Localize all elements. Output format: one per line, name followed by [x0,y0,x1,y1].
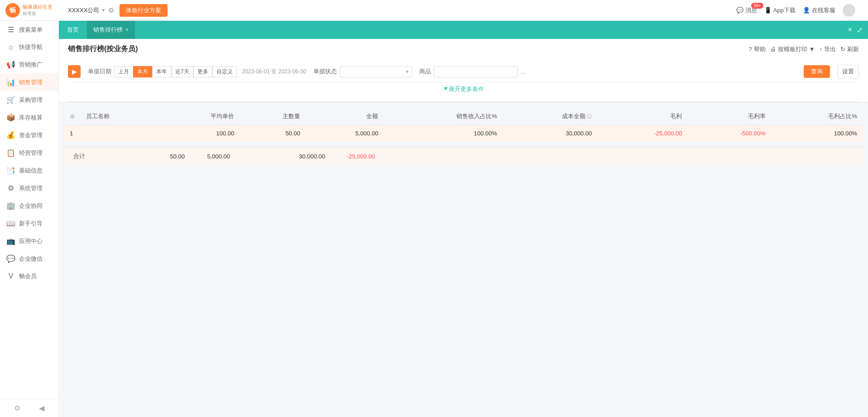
print-button[interactable]: 🖨 按模板打印 ▼ [770,45,815,53]
th-gross-rate-label: 毛利率 [748,113,766,120]
system-icon: ⚙ [6,184,15,192]
sidebar-item-system[interactable]: ⚙ 系统管理 [0,179,58,197]
window-expand-button[interactable]: ⤢ [857,26,863,34]
page-header: 销售排行榜(按业务员) ? 帮助 🖨 按模板打印 ▼ [59,39,868,102]
sidebar-item-appcenter[interactable]: 📺 应用中心 [0,232,58,250]
date-btn-this-year[interactable]: 本年 [152,66,171,77]
tab-sales-ranking[interactable]: 销售排行榜 × [87,21,135,39]
app-download-label: App下载 [773,6,796,14]
date-btn-last-month[interactable]: 上月 [114,66,133,77]
company-name: XXXXX公司 [68,6,99,14]
td-sales-ratio: 100.00% [384,125,502,142]
date-range: 2023-06-01 至 2023-06-30 [242,68,306,76]
date-btn-this-month[interactable]: 本月 [133,66,152,77]
date-btn-custom[interactable]: 自定义 [212,66,237,77]
sidebar-item-basics[interactable]: 📑 基础信息 [0,162,58,179]
sidebar-item-label-guide: 新手引导 [19,220,43,228]
app-container: 畅 畅康通好生意 标准版 XXXXX公司 ▼ ⚙ 体验行业方案 💬 消息 99+… [0,0,868,417]
guide-icon: 📖 [6,219,15,228]
expand-label: 展开更多条件 [449,85,484,93]
th-amount-label: 全额 [366,113,378,120]
operations-icon: 📋 [6,149,15,157]
top-bar: 畅 畅康通好生意 标准版 XXXXX公司 ▼ ⚙ 体验行业方案 💬 消息 99+… [0,0,868,21]
settings-icon[interactable]: ⚙ [108,6,114,14]
th-cost-info-icon[interactable]: ⓘ [587,114,592,119]
th-sales-ratio-label: 销售收入占比% [456,113,497,120]
search-orders-icon: ☰ [6,25,15,34]
footer-cost: 30,000.00 [275,153,325,160]
sidebar-bottom: ⚙ ◀ [0,399,58,417]
sidebar-item-inventory[interactable]: 📦 库存核算 [0,109,58,126]
table-row: 1 100.00 50.00 5,000.00 100.00% 30,000.0… [64,125,863,142]
footer-qty: 50.00 [149,153,185,160]
main-content: 销售排行榜(按业务员) ? 帮助 🖨 按模板打印 ▼ [59,39,868,417]
appcenter-icon: 📺 [6,237,15,245]
online-service-button[interactable]: 👤 在线客服 [803,6,835,14]
goods-input[interactable] [434,66,518,77]
export-button[interactable]: ↑ 导出 [820,45,836,53]
sidebar-item-quick-nav[interactable]: ⌂ 快捷导航 [0,38,58,56]
sidebar-item-member[interactable]: V 畅会员 [0,268,58,285]
trial-button[interactable]: 体验行业方案 [120,4,168,17]
tab-home[interactable]: 首页 [59,21,87,39]
table-settings-icon[interactable]: ⚙ [70,113,75,120]
th-gross-label: 毛利 [670,113,682,120]
expand-more-btn[interactable]: ▼ 展开更多条件 [68,82,859,96]
app-download-button[interactable]: 📱 App下载 [764,6,796,14]
avatar[interactable] [843,4,855,17]
window-close-button[interactable]: × [848,26,852,34]
footer-label: 合计 [73,152,85,160]
footer-gross: -25,000.00 [325,153,375,160]
finance-icon: 💰 [6,131,15,139]
sidebar-item-sales[interactable]: 📊 销售管理 [0,73,58,91]
sidebar-item-guide[interactable]: 📖 新手引导 [0,215,58,232]
message-button[interactable]: 💬 消息 99+ [736,6,757,14]
refresh-button[interactable]: ↻ 刷新 [840,45,859,53]
date-btn-more[interactable]: 更多 [193,66,212,77]
status-select[interactable] [340,66,412,77]
service-icon: 👤 [803,7,810,14]
th-gross-rate: 毛利率 [687,108,771,125]
export-label: 导出 [824,45,836,53]
sidebar-item-label-member: 畅会员 [19,272,37,280]
quick-nav-icon: ⌂ [6,43,15,51]
sidebar-item-wechat[interactable]: 💬 企业微信 [0,250,58,268]
date-btn-group: 上月 本月 本年 近7天 更多 自定义 [114,66,237,77]
page-title: 销售排行榜(按业务员) [68,44,138,54]
th-avg-price-label: 平均单价 [211,113,234,120]
main-layout: ☰ 搜索菜单 ⌂ 快捷导航 📢 营销推广 📊 销售管理 🛒 采购管理 📦 库 [0,21,868,417]
filter-area: ▶ 单据日期 上月 本月 本年 近7天 更多 自定义 [68,59,859,102]
footer-sales-ratio [230,153,275,160]
logo-area: 畅 畅康通好生意 标准版 [5,3,64,18]
refresh-label: 刷新 [847,45,859,53]
settings-button[interactable]: 设置 [837,65,859,78]
sidebar-collapse-icon[interactable]: ◀ [39,404,44,412]
sidebar-item-label-system: 系统管理 [19,184,43,192]
table-footer: 合计 50.00 5,000.00 30,000.00 -25,000.00 [64,147,863,165]
help-button[interactable]: ? 帮助 [748,45,765,53]
page-title-row: 销售排行榜(按业务员) ? 帮助 🖨 按模板打印 ▼ [68,44,859,54]
goods-more-icon[interactable]: ... [521,68,526,75]
sidebar-item-finance[interactable]: 💰 资金管理 [0,126,58,144]
query-button[interactable]: 查询 [804,65,830,78]
sidebar-item-marketing[interactable]: 📢 营销推广 [0,56,58,73]
tab-close-icon[interactable]: × [125,27,129,33]
date-btn-7days[interactable]: 近7天 [171,66,193,77]
logo-icon: 畅 [5,3,20,18]
logo-sub: 标准版 [23,10,53,17]
member-icon: V [6,272,15,280]
logo-text: 畅康通好生意 [23,4,53,10]
sidebar-item-operations[interactable]: 📋 经营管理 [0,144,58,162]
sidebar-item-purchase[interactable]: 🛒 采购管理 [0,91,58,109]
sidebar-item-search-orders[interactable]: ☰ 搜索菜单 [0,21,58,38]
sidebar-item-label-basics: 基础信息 [19,167,43,175]
data-table: ⚙ 员工名称 平均单价 主数量 [64,108,863,142]
company-selector[interactable]: XXXXX公司 ▼ [68,6,106,14]
refresh-icon: ↻ [840,46,845,53]
th-gross-ratio: 毛利占比% [771,108,863,125]
th-employee-label: 员工名称 [86,113,110,120]
td-gross-rate: -500.00% [687,125,771,142]
sidebar-settings-icon[interactable]: ⚙ [14,404,20,412]
collapse-filter-button[interactable]: ▶ [68,65,81,78]
sidebar-item-enterprise[interactable]: 🏢 企业协同 [0,197,58,215]
